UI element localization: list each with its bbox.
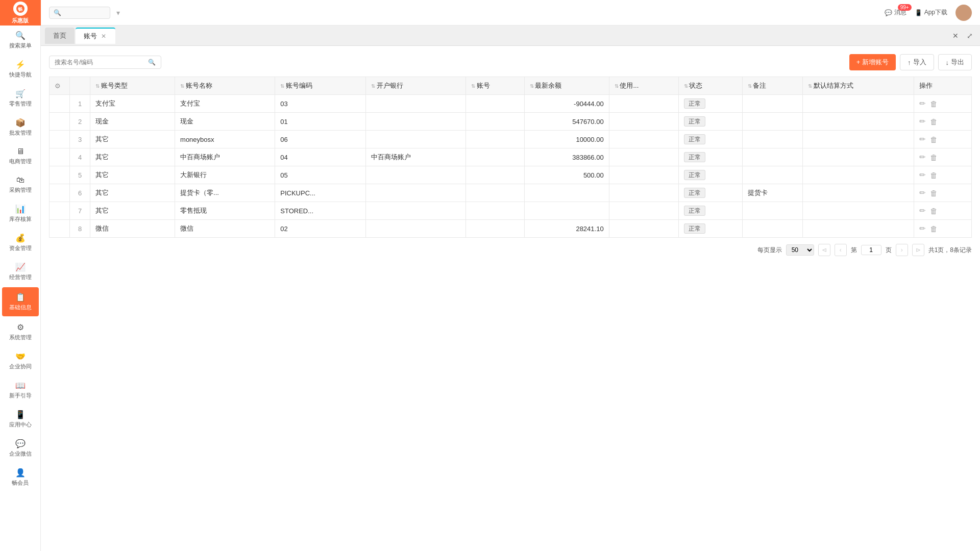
row-bank-6 [365,202,465,220]
row-status-4: 正常 [678,166,742,184]
edit-icon-7[interactable]: ✏ [919,224,926,233]
gear-icon[interactable]: ⚙ [55,82,61,90]
column-usage[interactable]: 使用... [609,77,678,95]
sidebar-item-agreement[interactable]: 🤝 企业协同 [0,346,41,375]
delete-icon-2[interactable]: 🗑 [930,135,938,144]
sidebar-item-inventory[interactable]: 📊 库存核算 [0,199,41,228]
sidebar-item-appcenter[interactable]: 📱 应用中心 [0,405,41,434]
row-code-6: STORED... [275,202,366,220]
sidebar-item-basic[interactable]: 📋 基础信息 [2,287,39,316]
row-type-1: 现金 [90,113,175,131]
export-label: 导出 [951,58,964,67]
edit-icon-3[interactable]: ✏ [919,153,926,162]
add-account-button[interactable]: + 新增账号 [849,54,896,70]
column-code[interactable]: 账号编码 [275,77,366,95]
sidebar-item-quick[interactable]: ⚡ 快捷导航 [0,55,41,84]
sidebar-label-wechat: 企业微信 [9,450,32,458]
tab-expand-button[interactable]: ⤢ [964,30,976,42]
edit-icon-0[interactable]: ✏ [919,99,926,108]
sidebar-label-operation: 经营管理 [9,273,32,281]
page-next-button[interactable]: › [896,244,908,256]
column-type[interactable]: 账号类型 [90,77,175,95]
sidebar-item-wechat[interactable]: 💬 企业微信 [0,434,41,463]
column-default-pay[interactable]: 默认结算方式 [803,77,914,95]
sidebar-item-finance[interactable]: 💰 资金管理 [0,228,41,257]
export-button[interactable]: ↓ 导出 [938,54,972,70]
tab-account[interactable]: 账号 ✕ [76,28,115,44]
content-toolbar: 🔍 + 新增账号 ↑ 导入 ↓ 导出 [49,54,972,70]
row-account-6 [466,202,525,220]
sidebar-item-system[interactable]: ⚙ 系统管理 [0,317,41,346]
column-bank[interactable]: 开户银行 [365,77,465,95]
page-first-button[interactable]: ⊲ [818,244,830,256]
column-account[interactable]: 账号 [466,77,525,95]
system-icon: ⚙ [17,322,24,332]
row-balance-0: -90444.00 [524,95,609,113]
message-button[interactable]: 💬 消息 99+ [885,8,906,17]
table-row: 3 其它 moneybosx 06 10000.00 正常 ✏ 🗑 [50,131,972,148]
row-index-1: 2 [70,113,90,131]
row-type-3: 其它 [90,148,175,166]
sidebar-item-retail[interactable]: 🛒 零售管理 [0,84,41,113]
column-balance[interactable]: 最新余额 [524,77,609,95]
delete-icon-3[interactable]: 🗑 [930,153,938,162]
sidebar-item-wholesale[interactable]: 📦 批发管理 [0,113,41,142]
tab-account-close[interactable]: ✕ [100,33,107,40]
row-bank-0 [365,95,465,113]
edit-icon-4[interactable]: ✏ [919,170,926,180]
sidebar-item-operation[interactable]: 📈 经营管理 [0,257,41,286]
agreement-icon: 🤝 [15,352,26,361]
column-settings[interactable]: ⚙ [50,77,70,95]
import-icon: ↑ [908,59,911,66]
search-input[interactable] [55,59,148,66]
delete-icon-7[interactable]: 🗑 [930,224,938,233]
row-balance-3: 383866.00 [524,148,609,166]
delete-icon-4[interactable]: 🗑 [930,171,938,180]
app-download-button[interactable]: 📱 App下载 [915,8,947,17]
row-usage-1 [609,113,678,131]
column-name[interactable]: 账号名称 [175,77,275,95]
sidebar-item-search[interactable]: 🔍 搜索菜单 [0,26,41,55]
row-default-pay-5 [803,184,914,202]
sidebar-label-inventory: 库存核算 [9,215,32,223]
edit-icon-5[interactable]: ✏ [919,188,926,197]
delete-icon-1[interactable]: 🗑 [930,117,938,126]
sidebar-item-purchase[interactable]: 🛍 采购管理 [0,170,41,199]
page-last-button[interactable]: ⊳ [912,244,924,256]
tab-home[interactable]: 首页 [45,28,75,44]
tabbar: 首页 账号 ✕ ✕ ⤢ [41,26,980,46]
row-remark-7 [742,220,803,238]
edit-icon-1[interactable]: ✏ [919,117,926,126]
search-box[interactable]: 🔍 [49,56,161,69]
row-bank-7 [365,220,465,238]
column-num [70,77,90,95]
page-size-select[interactable]: 50 100 [786,244,814,256]
row-code-1: 01 [275,113,366,131]
row-name-7: 微信 [175,220,275,238]
delete-icon-6[interactable]: 🗑 [930,207,938,215]
edit-icon-2[interactable]: ✏ [919,135,926,144]
export-icon: ↓ [946,59,949,66]
row-status-2: 正常 [678,131,742,148]
page-input[interactable] [861,245,881,255]
import-button[interactable]: ↑ 导入 [900,54,934,70]
sidebar-item-ecommerce[interactable]: 🖥 电商管理 [0,142,41,170]
row-bank-5 [365,184,465,202]
row-status-3: 正常 [678,148,742,166]
user-avatar[interactable] [955,5,972,21]
edit-icon-6[interactable]: ✏ [919,206,926,215]
row-usage-5 [609,184,678,202]
topbar-right: 💬 消息 99+ 📱 App下载 [885,5,972,21]
column-status[interactable]: 状态 [678,77,742,95]
delete-icon-5[interactable]: 🗑 [930,189,938,197]
sidebar-item-guide[interactable]: 📖 新手引导 [0,375,41,405]
column-remark[interactable]: 备注 [742,77,803,95]
delete-icon-0[interactable]: 🗑 [930,99,938,108]
topbar-dropdown-icon[interactable]: ▾ [116,9,120,17]
tab-close-button[interactable]: ✕ [949,30,962,42]
search-submit-icon[interactable]: 🔍 [148,59,156,66]
page-prev-button[interactable]: ‹ [835,244,847,256]
topbar: 🔍 ▾ 💬 消息 99+ 📱 App下载 [41,0,980,26]
sidebar-item-member[interactable]: 👤 畅会员 [0,463,41,492]
row-remark-3 [742,148,803,166]
